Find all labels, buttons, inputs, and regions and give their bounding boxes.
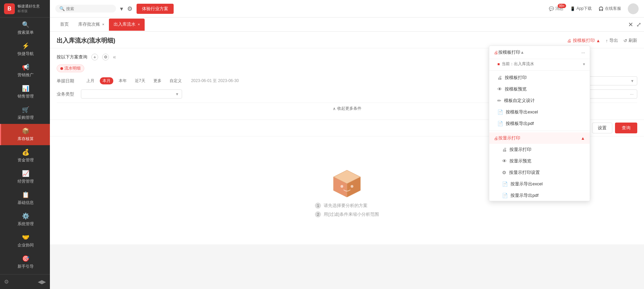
sidebar-item-finance[interactable]: 💰 资金管理 — [0, 145, 50, 166]
empty-hint-1: 1 请先选择要分析的方案 — [315, 203, 379, 209]
handshake-icon: 🤝 — [22, 234, 29, 241]
tab-home[interactable]: 首页 — [55, 19, 74, 31]
dropdown-item-template-preview[interactable]: 👁 按模板预览 — [489, 83, 590, 95]
sidebar-item-search[interactable]: 🔍 搜索菜单 — [0, 18, 50, 39]
date-tab-custom[interactable]: 自定义 — [167, 77, 184, 84]
online-service-action[interactable]: 🎧 在线客服 — [598, 6, 621, 11]
settings-btn[interactable]: 设置 — [592, 123, 612, 133]
sidebar-item-label: 快捷导航 — [18, 51, 34, 57]
search-bar[interactable]: 🔍 — [55, 5, 116, 12]
date-tab-more[interactable]: 更多 — [151, 77, 164, 84]
query-btn[interactable]: 查询 — [615, 123, 637, 133]
filter-collapse-btn[interactable]: « — [113, 54, 116, 60]
template-print-section: 🖨 按模板打印 👁 按模板预览 ✏ 模板自定义设计 📄 按模板导出excel 📄… — [489, 72, 590, 129]
dropdown-item-display-pdf[interactable]: 📄 按显示导出pdf — [489, 190, 590, 201]
page-title: 出入库流水(流水明细) — [57, 36, 115, 45]
sidebar-item-sales[interactable]: 📊 销售管理 — [0, 81, 50, 103]
sidebar-item-operation[interactable]: 📈 经营管理 — [0, 166, 50, 188]
tab-flow[interactable]: 出入库流水 × — [109, 19, 144, 31]
display-group-label: 按显示打印 — [498, 135, 520, 141]
tab-batch-label: 库存批次账 — [78, 21, 100, 27]
filter-add-btn[interactable]: + — [91, 54, 98, 60]
dropdown-item-display-print[interactable]: 🖨 按显示打印 — [489, 144, 590, 155]
top-header: 🔍 ▾ ⚙ 体验行业方案 💬 消息 99+ 📱 App下载 🎧 — [50, 0, 644, 18]
message-action[interactable]: 💬 消息 99+ — [549, 6, 563, 11]
header-left: 🔍 ▾ ⚙ 体验行业方案 — [55, 4, 174, 14]
dropdown-item-display-settings[interactable]: ⚙ 按显示打印设置 — [489, 167, 590, 178]
date-tab-last-7[interactable]: 近7天 — [132, 77, 148, 84]
current-arrow-icon: ▾ — [583, 62, 585, 67]
refresh-action[interactable]: ↺ 刷新 — [623, 37, 637, 44]
tab-flow-close-icon[interactable]: × — [138, 22, 140, 26]
biz-type-select[interactable]: ▾ — [81, 89, 182, 99]
display-preview-label: 按显示预览 — [509, 158, 531, 164]
header-right: 💬 消息 99+ 📱 App下载 🎧 在线客服 — [549, 3, 639, 14]
dropdown-item-display-excel[interactable]: 📄 按显示导出excel — [489, 178, 590, 190]
page-title-actions: 🖨 按模板打印 ▲ ↑ 导出 ↺ 刷新 — [567, 37, 637, 44]
display-print-section: 🖨 按显示打印 👁 按显示预览 ⚙ 按显示打印设置 📄 按显示导出excel 📄… — [489, 144, 590, 201]
filter-tag-label: 流水明细 — [64, 65, 81, 71]
dropdown-arrow-icon[interactable]: ▾ — [120, 5, 123, 12]
template-preview-label: 按模板预览 — [505, 86, 527, 92]
date-tab-this-year[interactable]: 本年 — [116, 77, 129, 84]
tab-batch[interactable]: 库存批次账 × — [74, 19, 109, 31]
sidebar-item-label: 经营管理 — [18, 179, 34, 184]
megaphone-icon: 📢 — [22, 63, 29, 71]
sidebar-item-coop[interactable]: 🤝 企业协同 — [0, 230, 50, 252]
sidebar-item-basic[interactable]: 📋 基础信息 — [0, 188, 50, 209]
sidebar: B 畅捷通好生意 标准版 🔍 搜索菜单 ⚡ 快捷导航 📢 营销推广 📊 销售管理 — [0, 0, 50, 289]
print-dropdown-menu: 🖨 按模板打印 ▲ ··· ■ 当前：出入库流水 ▾ 🖨 按模板打印 👁 按模板… — [489, 46, 590, 201]
current-label-text: 当前：出入库流水 — [502, 61, 534, 67]
dropdown-header-arrow-icon[interactable]: ▲ — [520, 50, 524, 55]
eye-icon: 👁 — [497, 86, 502, 92]
app-download-action[interactable]: 📱 App下载 — [570, 6, 592, 11]
user-avatar[interactable] — [628, 3, 639, 14]
app-logo-icon: B — [4, 3, 15, 14]
display-settings-icon: ⚙ — [502, 170, 506, 175]
template-print-label: 按模板打印 — [505, 75, 527, 81]
sidebar-item-quicknav[interactable]: ⚡ 快捷导航 — [0, 39, 50, 60]
empty-svg-icon — [327, 163, 367, 197]
sidebar-item-label: 系统管理 — [18, 221, 34, 227]
print-icon-header: 🖨 — [494, 50, 498, 55]
display-group-arrow-up-icon: ▲ — [581, 136, 585, 141]
export-action[interactable]: ↑ 导出 — [606, 37, 618, 44]
sidebar-item-inventory[interactable]: 📦 库存核算 — [0, 124, 50, 145]
sidebar-item-system[interactable]: ⚙️ 系统管理 — [0, 209, 50, 230]
gear-icon: ⚙️ — [22, 212, 29, 220]
date-tabs: 上月 本月 本年 近7天 更多 自定义 — [84, 77, 184, 84]
settings-icon[interactable]: ⚙ — [4, 279, 9, 285]
dropdown-item-template-print[interactable]: 🖨 按模板打印 — [489, 72, 590, 83]
hint-text-2: 用[过滤]条件来缩小分析范围 — [324, 211, 379, 217]
document-icon: 📋 — [22, 191, 29, 199]
filter-settings-btn[interactable]: ⚙ — [102, 54, 109, 60]
date-tab-last-month[interactable]: 上月 — [84, 77, 97, 84]
tab-bar-close-icon[interactable]: ✕ — [628, 21, 633, 28]
header-gear-icon[interactable]: ⚙ — [127, 5, 133, 12]
dropdown-item-template-custom[interactable]: ✏ 模板自定义设计 — [489, 95, 590, 106]
dropdown-item-template-excel[interactable]: 📄 按模板导出excel — [489, 106, 590, 118]
sidebar-item-label: 基础信息 — [18, 200, 34, 206]
dropdown-divider-2 — [489, 131, 590, 131]
print-action[interactable]: 🖨 按模板打印 ▲ — [567, 37, 601, 44]
sidebar-item-purchase[interactable]: 🛒 采购管理 — [0, 103, 50, 124]
sidebar-item-marketing[interactable]: 📢 营销推广 — [0, 60, 50, 81]
biz-type-label: 业务类型 — [57, 91, 77, 97]
sidebar-brand: 畅捷通好生意 标准版 — [18, 4, 40, 13]
industry-btn[interactable]: 体验行业方案 — [137, 4, 174, 14]
pdf-icon: 📄 — [497, 121, 503, 126]
sidebar-item-guide[interactable]: 🎯 新手引导 — [0, 252, 50, 273]
template-custom-label: 模板自定义设计 — [504, 98, 535, 104]
tab-bar-expand-icon[interactable]: ⤢ — [636, 21, 641, 28]
tab-batch-close-icon[interactable]: × — [102, 22, 104, 26]
collapse-icon[interactable]: ◀▶ — [38, 279, 46, 285]
display-printer-icon: 🖨 — [502, 147, 507, 152]
date-tab-this-month[interactable]: 本月 — [100, 77, 113, 84]
dropdown-item-template-pdf[interactable]: 📄 按模板导出pdf — [489, 118, 590, 129]
sidebar-item-label: 新手引导 — [18, 264, 34, 269]
dropdown-item-display-preview[interactable]: 👁 按显示预览 — [489, 155, 590, 167]
filter-tag-dot — [60, 67, 63, 70]
display-print-group-header[interactable]: 🖨 按显示打印 ▲ — [489, 132, 590, 144]
dropdown-more-icon[interactable]: ··· — [581, 50, 585, 55]
search-input[interactable] — [66, 6, 110, 11]
